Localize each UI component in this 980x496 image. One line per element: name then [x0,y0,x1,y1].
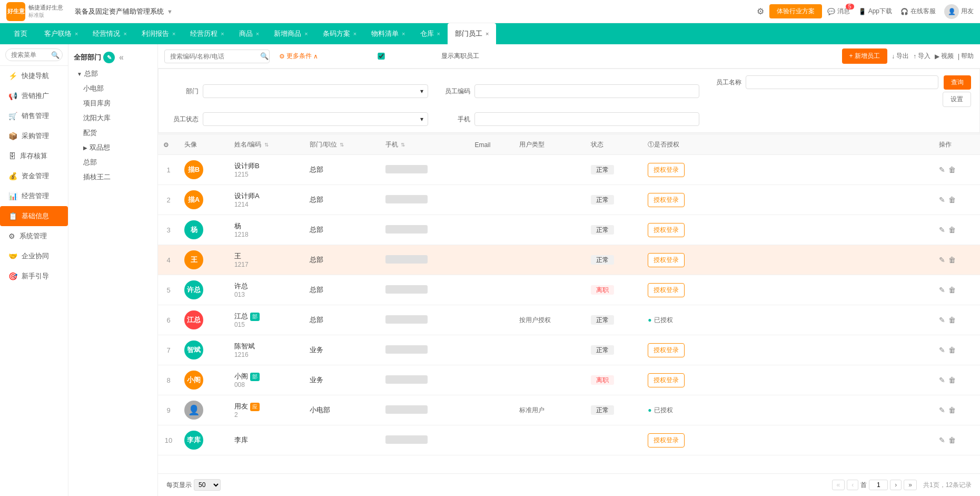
delete-button[interactable]: 🗑 [948,376,956,384]
edit-button[interactable]: ✎ [939,346,945,354]
tab-profit[interactable]: 利润报告 × [134,23,183,44]
delete-button[interactable]: 🗑 [948,256,956,264]
close-icon[interactable]: × [172,31,175,37]
delete-button[interactable]: 🗑 [948,316,956,324]
dept-node-xiaodiandu[interactable]: 小电部 [83,81,157,96]
emp-status-select[interactable]: ▾ [203,112,428,126]
tab-add-goods[interactable]: 新增商品 × [266,23,315,44]
tab-history[interactable]: 经营历程 × [183,23,231,44]
search-input[interactable] [164,50,270,63]
sidebar-item-guide[interactable]: 🎯 新手引导 [0,266,68,286]
dept-node-shenyangdaku[interactable]: 沈阳大库 [83,111,157,125]
dropdown-arrow-icon[interactable]: ▼ [167,8,173,15]
close-icon[interactable]: × [437,31,440,37]
auth-login-button[interactable]: 授权登录 [648,283,685,297]
tab-operations[interactable]: 经营情况 × [85,23,134,44]
delete-button[interactable]: 🗑 [948,196,956,204]
sidebar-item-finance[interactable]: 💰 资金管理 [0,166,68,186]
auth-login-button[interactable]: 授权登录 [648,193,685,207]
close-icon[interactable]: × [75,31,78,37]
delete-button[interactable]: 🗑 [948,166,956,174]
sidebar-item-inventory[interactable]: 🗄 库存核算 [0,146,68,166]
last-page-button[interactable]: » [904,480,917,490]
sidebar-item-system[interactable]: ⚙ 系统管理 [0,226,68,246]
edit-button[interactable]: ✎ [939,286,945,294]
auth-login-button[interactable]: 授权登录 [648,253,685,267]
tab-bom[interactable]: 物料清单 × [364,23,412,44]
prev-page-button[interactable]: ‹ [847,480,858,490]
emp-name-input[interactable] [746,75,938,89]
edit-button[interactable]: ✎ [939,196,945,204]
edit-button[interactable]: ✎ [939,376,945,384]
help-button[interactable]: | 帮助 [958,52,974,61]
dept-edit-button[interactable]: ✎ [103,52,115,63]
col-phone[interactable]: 手机 ⇅ [380,135,469,155]
dept-select[interactable]: ▾ [203,84,428,98]
tab-warehouse[interactable]: 仓库 × [413,23,448,44]
edit-button[interactable]: ✎ [939,436,945,444]
sidebar-item-quick-nav[interactable]: ⚡ 快捷导航 [0,66,68,86]
dept-node-shuangpinxiang[interactable]: ▶ 双品想 [83,140,157,155]
user-avatar[interactable]: 👤 用友 [944,4,974,19]
auth-login-button[interactable]: 授权登录 [648,163,685,177]
next-page-button[interactable]: › [890,480,902,490]
online-service-button[interactable]: 🎧 在线客服 [900,7,936,16]
auth-login-button[interactable]: 授权登录 [648,343,685,357]
auth-login-button[interactable]: 授权登录 [648,373,685,387]
sidebar-item-operations[interactable]: 📊 经营管理 [0,186,68,206]
delete-button[interactable]: 🗑 [948,406,956,414]
import-button[interactable]: ↑ 导入 [913,52,930,61]
settings-button[interactable]: ⚙ [757,6,764,16]
dept-node-zongbu[interactable]: 总部 [83,155,157,170]
trial-button[interactable]: 体验行业方案 [769,4,822,18]
sidebar-item-purchase[interactable]: 📦 采购管理 [0,126,68,146]
tab-customer[interactable]: 客户联络 × [37,23,85,44]
export-button[interactable]: ↓ 导出 [892,52,909,61]
page-size-select[interactable]: 50 20 100 [194,479,221,491]
tab-dept-employee[interactable]: 部门员工 × [448,23,496,44]
more-conditions-button[interactable]: ⚙ 更多条件 ∧ [279,52,318,61]
close-icon[interactable]: × [256,31,259,37]
dept-node-peihuo[interactable]: 配货 [83,125,157,140]
message-button[interactable]: 💬 消息 5 [827,7,850,16]
close-icon[interactable]: × [221,31,224,37]
add-employee-button[interactable]: + 新增员工 [842,48,887,64]
close-icon[interactable]: × [486,31,489,37]
dept-node-chaozhi[interactable]: 插枝王二 [83,170,157,184]
phone-input[interactable] [474,112,700,126]
auth-login-button[interactable]: 授权登录 [648,433,685,448]
app-download-button[interactable]: 📱 App下载 [858,7,892,16]
delete-button[interactable]: 🗑 [948,436,956,444]
edit-button[interactable]: ✎ [939,256,945,264]
sidebar-item-corp[interactable]: 🤝 企业协同 [0,246,68,266]
delete-button[interactable]: 🗑 [948,346,956,354]
edit-button[interactable]: ✎ [939,226,945,234]
sidebar-item-marketing[interactable]: 📢 营销推广 [0,86,68,106]
close-icon[interactable]: × [123,31,126,37]
all-dept-label[interactable]: 全部部门 [74,53,101,62]
first-page-button[interactable]: « [832,480,845,490]
col-settings[interactable]: ⚙ [158,135,179,155]
emp-code-input[interactable] [474,84,700,98]
page-input[interactable] [869,480,888,490]
delete-button[interactable]: 🗑 [948,226,956,234]
edit-button[interactable]: ✎ [939,316,945,324]
tab-home[interactable]: 首页 [4,23,37,44]
show-resigned-checkbox[interactable] [323,53,439,60]
col-dept[interactable]: 部门/职位 ⇅ [304,135,380,155]
query-button[interactable]: 查询 [944,75,971,90]
close-icon[interactable]: × [304,31,308,37]
sidebar-item-basic[interactable]: 📋 基础信息 [0,206,68,226]
close-icon[interactable]: × [353,31,357,37]
auth-login-button[interactable]: 授权登录 [648,223,685,237]
col-name[interactable]: 姓名/编码 ⇅ [229,135,305,155]
tab-goods[interactable]: 商品 × [232,23,266,44]
sidebar-item-sales[interactable]: 🛒 销售管理 [0,106,68,126]
edit-button[interactable]: ✎ [939,166,945,174]
dept-collapse-icon[interactable]: « [119,53,124,62]
set-button[interactable]: 设置 [943,92,971,107]
dept-node-zongshu[interactable]: ▼ 总部 [68,66,157,81]
delete-button[interactable]: 🗑 [948,286,956,294]
close-icon[interactable]: × [402,31,405,37]
tab-barcode[interactable]: 条码方案 × [315,23,364,44]
